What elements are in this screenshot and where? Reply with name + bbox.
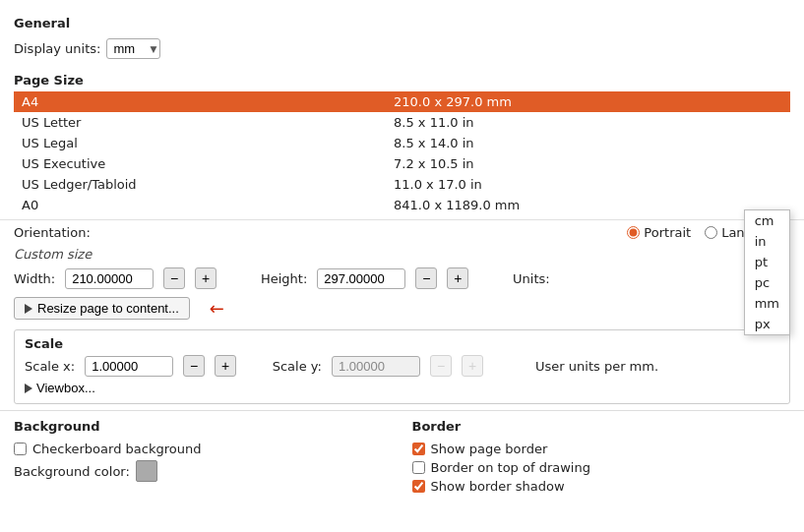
page-size-name: A4	[14, 91, 386, 112]
show-border-shadow-checkbox[interactable]	[412, 480, 425, 493]
scale-section: Scale Scale x: − + Scale y: − + User uni…	[14, 329, 790, 404]
units-popup-item[interactable]: pt	[745, 252, 789, 272]
border-title: Border	[412, 419, 791, 434]
page-size-title: Page Size	[0, 67, 804, 91]
viewbox-button[interactable]: Viewbox...	[25, 381, 95, 395]
viewbox-row: Viewbox...	[25, 377, 779, 397]
page-size-row[interactable]: A4210.0 x 297.0 mm	[14, 91, 790, 112]
width-decrement-button[interactable]: −	[163, 267, 185, 289]
show-border-shadow-row: Show border shadow	[412, 477, 791, 496]
resize-triangle-icon	[25, 304, 32, 314]
portrait-radio[interactable]	[627, 226, 640, 239]
units-popup-item[interactable]: in	[745, 231, 789, 252]
bottom-sections: Background Checkerboard background Backg…	[0, 410, 804, 503]
border-on-top-row: Border on top of drawing	[412, 458, 791, 477]
general-title: General	[0, 10, 804, 34]
scale-x-input[interactable]	[85, 356, 173, 377]
page-size-dims: 210.0 x 297.0 mm	[386, 91, 790, 112]
scale-x-decrement-button[interactable]: −	[183, 355, 205, 377]
scale-y-increment-button[interactable]: +	[462, 355, 483, 377]
scale-y-input[interactable]	[332, 356, 420, 377]
width-label: Width:	[14, 271, 55, 286]
page-size-dims: 841.0 x 1189.0 mm	[386, 195, 790, 215]
height-increment-button[interactable]: +	[447, 267, 468, 289]
bg-color-row: Background color:	[14, 458, 393, 484]
checkerboard-checkbox[interactable]	[14, 443, 27, 455]
portrait-option[interactable]: Portrait	[627, 225, 691, 240]
units-popup-item[interactable]: mm	[745, 293, 789, 314]
show-page-border-label: Show page border	[431, 442, 548, 456]
display-units-label: Display units:	[14, 41, 100, 56]
document-properties-panel: General Display units: mm px pt cm in Pa…	[0, 0, 804, 532]
page-size-name: US Legal	[14, 133, 386, 153]
scale-y-label: Scale y:	[273, 359, 322, 374]
page-size-name: US Ledger/Tabloid	[14, 174, 386, 195]
show-border-shadow-label: Show border shadow	[431, 479, 565, 494]
height-input[interactable]	[317, 268, 405, 289]
show-page-border-row: Show page border	[412, 440, 791, 458]
units-popup: cminptpcmmpx	[744, 209, 790, 335]
border-section: Border Show page border Border on top of…	[412, 419, 791, 496]
resize-label: Resize page to content...	[37, 301, 179, 316]
resize-wrapper: Resize page to content... ←	[0, 293, 804, 324]
scale-title: Scale	[25, 336, 779, 351]
height-decrement-button[interactable]: −	[415, 267, 437, 289]
background-section: Background Checkerboard background Backg…	[14, 419, 412, 496]
scale-x-increment-button[interactable]: +	[215, 355, 236, 377]
width-input[interactable]	[65, 268, 154, 289]
page-size-dims: 8.5 x 14.0 in	[386, 133, 790, 153]
page-size-name: US Letter	[14, 112, 386, 133]
scale-x-label: Scale x:	[25, 359, 75, 374]
border-on-top-label: Border on top of drawing	[431, 460, 590, 475]
border-on-top-checkbox[interactable]	[412, 461, 425, 474]
page-size-scroll[interactable]: A4210.0 x 297.0 mmUS Letter8.5 x 11.0 in…	[14, 91, 790, 215]
arrow-icon: ←	[210, 298, 224, 319]
portrait-label: Portrait	[644, 225, 691, 240]
bg-color-swatch[interactable]	[136, 460, 157, 482]
page-size-dims: 11.0 x 17.0 in	[386, 174, 790, 195]
page-size-row[interactable]: US Legal8.5 x 14.0 in	[14, 133, 790, 153]
viewbox-label: Viewbox...	[36, 381, 95, 395]
page-size-row[interactable]: US Ledger/Tabloid11.0 x 17.0 in	[14, 174, 790, 195]
orientation-label: Orientation:	[14, 225, 617, 240]
page-size-row[interactable]: A0841.0 x 1189.0 mm	[14, 195, 790, 215]
page-size-row[interactable]: US Executive7.2 x 10.5 in	[14, 153, 790, 174]
display-units-select[interactable]: mm px pt cm in	[106, 38, 160, 59]
page-size-dims: 7.2 x 10.5 in	[386, 153, 790, 174]
custom-size-title: Custom size	[0, 245, 804, 264]
checkerboard-label: Checkerboard background	[32, 442, 201, 456]
width-increment-button[interactable]: +	[195, 267, 216, 289]
units-popup-item[interactable]: cm	[745, 210, 789, 231]
page-size-table: A4210.0 x 297.0 mmUS Letter8.5 x 11.0 in…	[14, 91, 790, 215]
show-page-border-checkbox[interactable]	[412, 443, 425, 455]
page-size-name: A0	[14, 195, 386, 215]
orientation-row: Orientation: Portrait Landscape	[0, 219, 804, 245]
display-units-select-wrapper: mm px pt cm in	[106, 38, 160, 59]
checkerboard-row: Checkerboard background	[14, 440, 393, 458]
scale-y-decrement-button[interactable]: −	[430, 355, 452, 377]
resize-button[interactable]: Resize page to content...	[14, 297, 190, 320]
bg-color-label: Background color:	[14, 464, 130, 479]
units-label: Units:	[513, 271, 550, 286]
page-size-row[interactable]: US Letter8.5 x 11.0 in	[14, 112, 790, 133]
scale-row: Scale x: − + Scale y: − + User units per…	[25, 355, 779, 377]
units-popup-item[interactable]: pc	[745, 272, 789, 293]
viewbox-triangle-icon	[25, 384, 32, 393]
page-size-dims: 8.5 x 11.0 in	[386, 112, 790, 133]
user-units-label: User units per mm.	[535, 359, 658, 374]
height-label: Height:	[261, 271, 307, 286]
page-size-name: US Executive	[14, 153, 386, 174]
display-units-row: Display units: mm px pt cm in	[0, 34, 804, 67]
background-title: Background	[14, 419, 393, 434]
landscape-radio[interactable]	[705, 226, 717, 239]
custom-size-row: Width: − + Height: − + Units:	[0, 264, 804, 293]
units-popup-item[interactable]: px	[745, 314, 789, 334]
